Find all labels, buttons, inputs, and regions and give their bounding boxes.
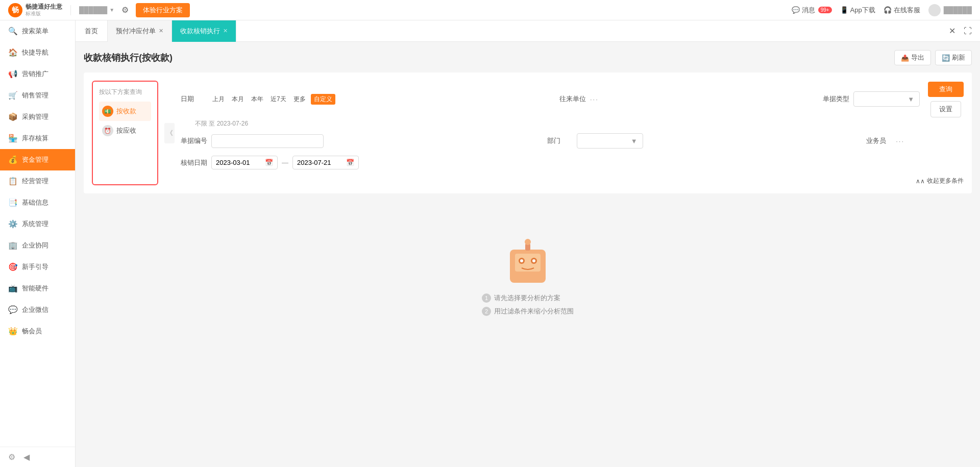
empty-state: 1 请先选择要分析的方案 2 用过滤条件来缩小分析范围	[84, 193, 972, 357]
finance-icon: 💰	[8, 155, 18, 164]
sales-icon: 🛒	[8, 91, 18, 100]
receivable-icon: ⏰	[102, 125, 113, 136]
top-bar-right: 💬 消息 99+ 📱 App下载 🎧 在线客服 ██████	[792, 4, 972, 16]
app-download-action[interactable]: 📱 App下载	[840, 6, 875, 15]
sidebar-item-marketing[interactable]: 📢 营销推广	[0, 63, 75, 85]
settings-icon[interactable]: ⚙	[119, 3, 131, 17]
page-header: 收款核销执行(按收款) 📤 导出 🔄 刷新	[84, 50, 972, 65]
tab-close-receivable[interactable]: ✕	[223, 28, 228, 34]
message-icon: 💬	[792, 6, 800, 14]
collapse-more-label: 收起更多条件	[927, 177, 964, 185]
sidebar-item-label: 企业协同	[22, 241, 48, 250]
doc-type-select[interactable]: ▼	[853, 91, 920, 107]
collapse-filter-btn[interactable]: 《	[164, 123, 175, 143]
tab-close-prepay[interactable]: ✕	[159, 28, 163, 34]
counterparty-dots[interactable]: ···	[590, 95, 599, 103]
sidebar-item-label: 基础信息	[22, 198, 48, 207]
sidebar-item-label: 营销推广	[22, 69, 48, 79]
maximize-icon[interactable]: ⛶	[962, 24, 974, 38]
logo: 畅 畅捷通好生意 标准版	[8, 3, 62, 17]
sidebar-item-purchase[interactable]: 📦 采购管理	[0, 106, 75, 128]
tab-home[interactable]: 首页	[76, 20, 108, 42]
date-tab-this-month[interactable]: 本月	[230, 94, 246, 105]
staff-dots[interactable]: ···	[896, 137, 904, 145]
filter-panel: 按以下方案查询 💵 按收款 ⏰ 按应收 《	[84, 72, 972, 193]
sidebar-item-guide[interactable]: 🎯 新手引导	[0, 256, 75, 278]
sidebar-item-system[interactable]: ⚙️ 系统管理	[0, 213, 75, 235]
verify-date-end-input[interactable]: 2023-07-21 📅	[292, 156, 359, 169]
sidebar-item-basic-info[interactable]: 📑 基础信息	[0, 192, 75, 213]
doc-type-field: 单据类型 ▼	[823, 91, 920, 107]
verify-date-field: 核销日期 2023-03-01 📅 — 2023-07-21 📅	[181, 156, 359, 169]
sidebar-item-hardware[interactable]: 📺 智能硬件	[0, 278, 75, 299]
filter-row-1: 日期 上月 本月 本年 近7天 更多 自定义	[181, 81, 964, 117]
calendar-end-icon[interactable]: 📅	[346, 159, 354, 166]
date-tab-custom[interactable]: 自定义	[311, 94, 335, 105]
sidebar-item-wechat[interactable]: 💬 企业微信	[0, 299, 75, 321]
sidebar-item-quick-nav[interactable]: 🏠 快捷导航	[0, 42, 75, 63]
sidebar: 🔍 搜索菜单 🏠 快捷导航 📢 营销推广 🛒 销售管理 📦 采购管理 🏪 库存核…	[0, 20, 76, 467]
collapse-more-button[interactable]: ∧∧ 收起更多条件	[916, 177, 964, 185]
user-area[interactable]: ██████	[928, 4, 972, 16]
filter-sidebar-title: 按以下方案查询	[99, 88, 151, 96]
solution-button[interactable]: 体验行业方案	[136, 3, 190, 17]
settings-bottom-icon[interactable]: ⚙	[8, 452, 15, 462]
sidebar-item-sales[interactable]: 🛒 销售管理	[0, 85, 75, 106]
date-field: 日期 上月 本月 本年 近7天 更多 自定义	[181, 94, 335, 105]
doc-type-label: 单据类型	[823, 94, 849, 104]
date-tab-this-year[interactable]: 本年	[249, 94, 265, 105]
inventory-icon: 🏪	[8, 134, 18, 143]
calendar-start-icon[interactable]: 📅	[265, 159, 273, 166]
empty-hint-2: 2 用过滤条件来缩小分析范围	[482, 307, 574, 316]
dept-value	[582, 136, 589, 145]
svg-point-4	[520, 259, 523, 262]
online-service-action[interactable]: 🎧 在线客服	[884, 6, 920, 15]
chevron-down-icon: ▼	[109, 7, 114, 13]
filter-row-3: 核销日期 2023-03-01 📅 — 2023-07-21 📅	[181, 156, 964, 169]
sidebar-item-label: 企业微信	[22, 305, 48, 314]
export-button[interactable]: 📤 导出	[894, 50, 931, 65]
tab-receivable-label: 收款核销执行	[180, 27, 220, 36]
tab-prepay-label: 预付冲应付单	[116, 27, 156, 36]
collapse-more-row: ∧∧ 收起更多条件	[181, 177, 964, 185]
sidebar-item-finance[interactable]: 💰 资金管理	[0, 149, 75, 170]
member-icon: 👑	[8, 327, 18, 336]
doc-number-input[interactable]	[211, 134, 324, 148]
page-header-actions: 📤 导出 🔄 刷新	[894, 50, 972, 65]
tab-prepay[interactable]: 预付冲应付单 ✕	[108, 20, 172, 42]
sidebar-item-inventory[interactable]: 🏪 库存核算	[0, 128, 75, 149]
verify-date-start-input[interactable]: 2023-03-01 📅	[211, 156, 278, 169]
query-button[interactable]: 查询	[928, 82, 964, 97]
sidebar-item-search-menu[interactable]: 🔍 搜索菜单	[0, 20, 75, 42]
receipt-icon: 💵	[102, 106, 113, 117]
sidebar-item-operations[interactable]: 📋 经营管理	[0, 170, 75, 192]
date-tab-more[interactable]: 更多	[291, 94, 308, 105]
page-title: 收款核销执行(按收款)	[84, 52, 173, 64]
hint-text-1: 请先选择要分析的方案	[494, 293, 560, 303]
headset-icon: 🎧	[884, 6, 892, 14]
setting-button[interactable]: 设置	[930, 101, 961, 117]
sidebar-item-label: 采购管理	[22, 112, 48, 121]
page-content: 收款核销执行(按收款) 📤 导出 🔄 刷新 按以下方案查询	[76, 42, 980, 467]
collapse-sidebar-icon[interactable]: ◀	[23, 452, 30, 462]
message-action[interactable]: 💬 消息 99+	[792, 6, 832, 15]
system-icon: ⚙️	[8, 219, 18, 229]
filter-option-by-receivable[interactable]: ⏰ 按应收	[99, 121, 151, 140]
dept-select[interactable]: ▼	[577, 133, 643, 149]
date-separator: —	[282, 159, 288, 166]
sidebar-item-member[interactable]: 👑 畅会员	[0, 321, 75, 342]
doc-number-field: 单据编号	[181, 134, 324, 148]
date-tab-last-month[interactable]: 上月	[210, 94, 227, 105]
company-selector[interactable]: ██████ ▼	[79, 6, 114, 14]
refresh-button[interactable]: 🔄 刷新	[935, 50, 972, 65]
empty-svg	[497, 234, 558, 285]
date-tab-7days[interactable]: 近7天	[268, 94, 288, 105]
collapse-arrow-icon: 《	[166, 129, 173, 138]
chevron-down-dept: ▼	[631, 137, 638, 145]
filter-option-by-receipt[interactable]: 💵 按收款	[99, 102, 151, 121]
tab-receivable[interactable]: 收款核销执行 ✕	[172, 20, 236, 42]
company-name: ██████	[79, 6, 107, 14]
close-tab-icon[interactable]: ✕	[947, 24, 958, 38]
verify-date-start-value: 2023-03-01	[216, 159, 250, 166]
sidebar-item-enterprise[interactable]: 🏢 企业协同	[0, 235, 75, 256]
